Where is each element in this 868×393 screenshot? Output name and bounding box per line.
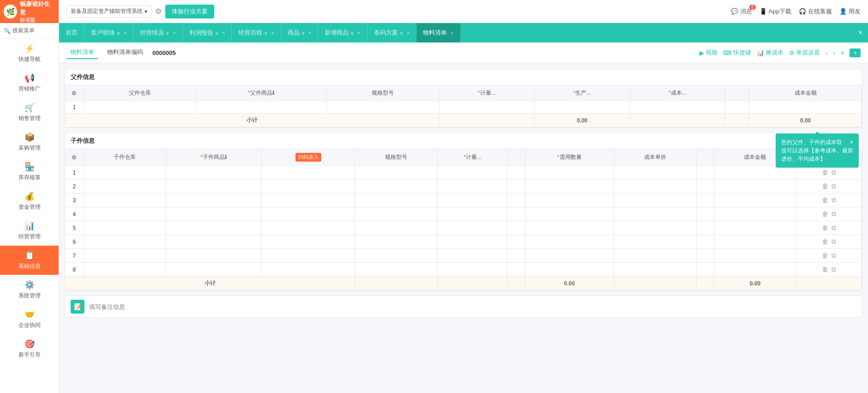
copy-icon-1[interactable]: ⧉ xyxy=(832,169,836,176)
child-row3-qty[interactable] xyxy=(525,193,614,207)
sidebar-item-inventory[interactable]: 🏪 库存核算 xyxy=(0,157,59,187)
sidebar-item-marketing[interactable]: 📢 营销推广 xyxy=(0,68,59,98)
child-row1-unit[interactable] xyxy=(438,166,507,180)
child-row3-product[interactable] xyxy=(166,193,262,207)
scan-button[interactable]: 扫码录入 xyxy=(295,153,321,162)
delete-icon-5[interactable]: 🗑 xyxy=(822,224,828,231)
child-row6-unitcost[interactable] xyxy=(614,235,696,249)
child-row3-unit[interactable] xyxy=(438,193,507,207)
child-row4-spec[interactable] xyxy=(355,207,438,221)
child-row5-spec[interactable] xyxy=(355,221,438,235)
child-row4-product[interactable] xyxy=(166,207,262,221)
sidebar-item-purchase[interactable]: 📦 采购管理 xyxy=(0,127,59,157)
action-video[interactable]: ▶ 视频 xyxy=(699,48,717,57)
child-row2-spec[interactable] xyxy=(355,180,438,193)
child-row5-unit[interactable] xyxy=(438,221,507,235)
child-row6-unit[interactable] xyxy=(438,235,507,249)
system-selector[interactable]: 装备及固定资产辅助管理系统 ▾ xyxy=(66,5,151,18)
child-row5-product[interactable] xyxy=(166,221,262,235)
parent-warehouse-cell[interactable] xyxy=(84,101,196,114)
child-row2-warehouse[interactable] xyxy=(84,180,166,193)
child-row1-unitcost[interactable] xyxy=(614,166,696,180)
sidebar-item-guide[interactable]: 🎯 新手引导 xyxy=(0,334,59,364)
child-row7-qty[interactable] xyxy=(525,249,614,263)
child-row6-warehouse[interactable] xyxy=(84,235,166,249)
child-row7-unit[interactable] xyxy=(438,249,507,263)
nav-add[interactable]: + xyxy=(850,48,861,57)
tab-new-goods-close[interactable]: × xyxy=(357,30,360,36)
action-cost[interactable]: 📊 摊成本 xyxy=(757,48,784,57)
child-row8-unit[interactable] xyxy=(438,263,507,277)
copy-icon-7[interactable]: ⧉ xyxy=(832,252,836,259)
child-row2-unit[interactable] xyxy=(438,180,507,193)
sub-tab-bom[interactable]: 物料清单 xyxy=(66,46,98,59)
tab-customer-close[interactable]: × xyxy=(124,30,127,36)
delete-icon-2[interactable]: 🗑 xyxy=(822,182,828,190)
tab-home[interactable]: 首页 xyxy=(59,23,84,42)
child-row8-product[interactable] xyxy=(166,263,262,277)
child-row4-unitcost[interactable] xyxy=(614,207,696,221)
tab-profit-close[interactable]: × xyxy=(222,30,225,36)
child-row2-product[interactable] xyxy=(166,180,262,193)
child-row1-qty[interactable] xyxy=(525,166,614,180)
child-row4-warehouse[interactable] xyxy=(84,207,166,221)
tab-goods[interactable]: 商品 ∨ × xyxy=(281,23,318,42)
child-row6-qty[interactable] xyxy=(525,235,614,249)
parent-cost-cell[interactable] xyxy=(630,101,725,114)
parent-production-cell[interactable] xyxy=(535,101,630,114)
copy-icon-3[interactable]: ⧉ xyxy=(832,196,836,204)
sidebar-item-sales[interactable]: 🛒 销售管理 xyxy=(0,98,59,127)
child-row4-unit[interactable] xyxy=(438,207,507,221)
child-row2-qty[interactable] xyxy=(525,180,614,193)
child-row3-warehouse[interactable] xyxy=(84,193,166,207)
child-row8-unitcost[interactable] xyxy=(614,263,696,277)
delete-icon-3[interactable]: 🗑 xyxy=(822,196,828,204)
online-service[interactable]: 🎧 在线客服 xyxy=(799,7,832,16)
child-row7-product[interactable] xyxy=(166,249,262,263)
tab-operation-status[interactable]: 经营情况 ∨ × xyxy=(133,23,182,42)
child-row7-warehouse[interactable] xyxy=(84,249,166,263)
sidebar-item-operation[interactable]: 📊 经营管理 xyxy=(0,216,59,246)
tab-history-close[interactable]: × xyxy=(271,30,274,36)
action-settings[interactable]: ⚙ 单据设置 xyxy=(789,48,820,57)
child-row1-product[interactable] xyxy=(166,166,262,180)
nav-list[interactable]: ≡ xyxy=(841,49,844,56)
tab-barcode[interactable]: 条码方案 ∨ × xyxy=(368,23,416,42)
copy-icon-4[interactable]: ⧉ xyxy=(832,210,836,218)
tab-history[interactable]: 经营历程 ∨ × xyxy=(232,23,281,42)
child-row3-unitcost[interactable] xyxy=(614,193,696,207)
delete-icon-4[interactable]: 🗑 xyxy=(822,210,828,218)
nav-prev[interactable]: ‹ xyxy=(826,49,827,56)
action-shortcut[interactable]: ⌨ 快捷键 xyxy=(723,48,751,57)
sidebar-item-system[interactable]: ⚙️ 系统管理 xyxy=(0,275,59,305)
child-row8-warehouse[interactable] xyxy=(84,263,166,277)
tab-close-all[interactable]: × xyxy=(853,29,868,37)
child-row8-qty[interactable] xyxy=(525,263,614,277)
tab-bom-close[interactable]: × xyxy=(451,30,453,36)
tab-operation-close[interactable]: × xyxy=(173,30,175,36)
sidebar-item-quick-nav[interactable]: ⚡ 快捷导航 xyxy=(0,39,59,68)
gear-icon[interactable]: ⚙ xyxy=(155,7,162,16)
tab-customer[interactable]: 客户联络 ∨ × xyxy=(84,23,133,42)
child-row1-spec[interactable] xyxy=(355,166,438,180)
child-row7-unitcost[interactable] xyxy=(614,249,696,263)
copy-icon-6[interactable]: ⧉ xyxy=(832,238,836,245)
tab-new-goods[interactable]: 新增商品 ∨ × xyxy=(318,23,367,42)
remark-input[interactable] xyxy=(89,303,856,310)
child-row1-warehouse[interactable] xyxy=(84,166,166,180)
nav-next[interactable]: › xyxy=(833,49,835,56)
child-row5-unitcost[interactable] xyxy=(614,221,696,235)
sidebar-item-basic[interactable]: 📋 基础信息 xyxy=(0,246,59,275)
child-row3-spec[interactable] xyxy=(355,193,438,207)
sidebar-item-finance[interactable]: 💰 资金管理 xyxy=(0,187,59,216)
child-row2-unitcost[interactable] xyxy=(614,180,696,193)
parent-product-cell[interactable] xyxy=(196,101,326,114)
delete-icon-8[interactable]: 🗑 xyxy=(822,266,828,273)
parent-unit-cell[interactable] xyxy=(439,101,535,114)
child-row6-product[interactable] xyxy=(166,235,262,249)
child-row5-qty[interactable] xyxy=(525,221,614,235)
delete-icon-7[interactable]: 🗑 xyxy=(822,252,828,259)
notifications[interactable]: 💬 消息 6 xyxy=(731,7,752,16)
sidebar-search[interactable]: 🔍 搜索菜单 xyxy=(0,23,59,39)
sidebar-item-enterprise[interactable]: 🤝 企业协同 xyxy=(0,305,59,334)
